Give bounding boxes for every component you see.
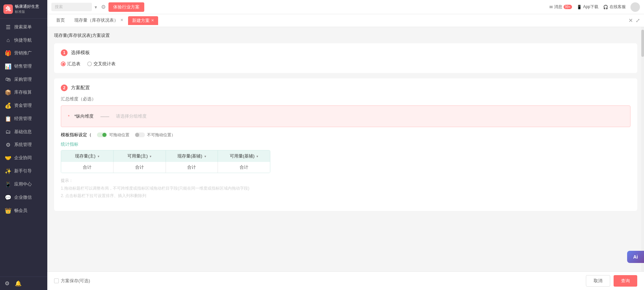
tips-item-2: 2. 点击标题栏下拉可设置排序、插入列和删除列 xyxy=(61,192,630,200)
online-service-label: 在线客服 xyxy=(610,4,626,10)
sidebar-item-newbie[interactable]: ✨ 新手引导 xyxy=(0,165,47,178)
draggable-label: 可拖动位置 xyxy=(109,132,129,138)
cross-radio[interactable] xyxy=(87,62,92,66)
close-tab-icon[interactable]: ✕ xyxy=(628,17,633,24)
not-draggable-toggle: 不可拖动位置） xyxy=(135,132,175,138)
sidebar-item-app-center[interactable]: 📱 应用中心 xyxy=(0,178,47,191)
sound-footer-icon[interactable]: 🔔 xyxy=(15,280,22,287)
cancel-button[interactable]: 取消 xyxy=(586,275,610,287)
sidebar-item-system[interactable]: ⚙ 系统管理 xyxy=(0,138,47,151)
sidebar-item-label: 应用中心 xyxy=(14,181,32,187)
message-icon: ✉ xyxy=(549,5,553,9)
template-summary-option[interactable]: 汇总表 xyxy=(61,61,80,67)
scroll-thumb[interactable] xyxy=(641,30,644,57)
sidebar-item-label: 企业微信 xyxy=(14,194,32,200)
tab-inventory-close-icon[interactable]: ✕ xyxy=(120,18,123,22)
col-current-qty-main-chevron[interactable]: ▾ xyxy=(98,154,99,158)
enterprise-coop-icon: 🤝 xyxy=(5,155,11,161)
ai-float-label: Ai xyxy=(633,254,638,260)
online-service-button[interactable]: 🎧 在线客服 xyxy=(603,4,626,10)
col-current-qty-aux-label: 现存量(基辅) xyxy=(177,153,202,159)
cell-current-main-sub: 合计 xyxy=(61,162,114,173)
sidebar-item-purchase[interactable]: 🛍 采购管理 xyxy=(0,73,47,86)
summary-dimension-label: 汇总维度（必选） xyxy=(61,96,630,102)
sidebar-logo: 兔 畅康通好生意 标准版 xyxy=(0,0,47,19)
draggable-toggle[interactable]: 可拖动位置 xyxy=(97,132,129,138)
col-available-main-chevron[interactable]: ▾ xyxy=(150,154,151,158)
stats-title: 统计指标 xyxy=(61,141,630,147)
dim-placeholder: 请选择分组维度 xyxy=(116,113,147,119)
message-badge: 99+ xyxy=(564,5,572,9)
scroll-track[interactable] xyxy=(641,27,644,271)
sidebar-item-sales[interactable]: 📊 销售管理 xyxy=(0,60,47,73)
stats-data-row: 合计 合计 合计 合计 xyxy=(61,162,270,173)
sidebar-item-label: 销售管理 xyxy=(14,63,32,69)
search-menu-icon: ☰ xyxy=(5,24,11,30)
sidebar-item-label: 基础信息 xyxy=(14,129,32,135)
sidebar-item-label: 营销推广 xyxy=(14,50,32,56)
cross-label: 交叉统计表 xyxy=(94,61,116,67)
sales-icon: 📊 xyxy=(5,63,11,70)
sidebar-item-operations[interactable]: 📋 经营管理 xyxy=(0,112,47,125)
save-checkbox[interactable] xyxy=(54,279,59,283)
draggable-toggle-switch[interactable] xyxy=(97,132,107,137)
col-available-aux-chevron[interactable]: ▾ xyxy=(256,154,258,158)
expand-tab-icon[interactable]: ⤢ xyxy=(636,17,640,24)
chevron-down-icon[interactable]: ▾ xyxy=(95,4,97,10)
col-available-aux[interactable]: 可用量(基辅) ▾ xyxy=(218,150,270,162)
tab-inventory[interactable]: 现存量（库存状况表） ✕ xyxy=(70,15,128,27)
col-current-qty-aux[interactable]: 现存量(基辅) ▾ xyxy=(166,150,218,162)
basic-info-icon: 🗂 xyxy=(5,129,11,135)
summary-label: 汇总表 xyxy=(67,61,80,67)
system-icon: ⚙ xyxy=(5,142,11,148)
industry-plan-button[interactable]: 体验行业方案 xyxy=(108,2,144,12)
col-available-main-label: 可用量(主) xyxy=(127,153,148,159)
sidebar-item-label: 采购管理 xyxy=(14,76,32,82)
query-button[interactable]: 查询 xyxy=(614,275,637,287)
sidebar-item-basic-info[interactable]: 🗂 基础信息 xyxy=(0,125,47,138)
user-avatar[interactable] xyxy=(630,2,640,12)
col-available-aux-label: 可用量(基辅) xyxy=(230,153,255,159)
tab-home[interactable]: 首页 xyxy=(51,15,70,27)
save-option: 方案保存(可选) xyxy=(54,278,90,284)
settings-footer-icon[interactable]: ⚙ xyxy=(5,280,9,287)
dim-dash: —— xyxy=(100,114,109,119)
template-options: 汇总表 交叉统计表 xyxy=(61,61,630,67)
finance-icon: 💰 xyxy=(5,102,11,109)
sidebar-item-quick-nav[interactable]: ⌂ 快捷导航 xyxy=(0,34,47,47)
sidebar-item-label: 畅会员 xyxy=(14,208,27,214)
sidebar-item-inventory-check[interactable]: 📦 库存核算 xyxy=(0,86,47,99)
not-draggable-toggle-switch xyxy=(135,132,145,137)
sidebar-item-search-menu[interactable]: ☰ 搜索菜单 xyxy=(0,21,47,34)
tab-new-scheme-close-icon[interactable]: ✕ xyxy=(151,18,154,23)
col-current-qty-aux-chevron[interactable]: ▾ xyxy=(204,154,206,158)
config-section: 汇总维度（必选） * *纵向维度 —— 请选择分组维度 模板指标设定（ 可拖动位… xyxy=(61,96,630,199)
step2-header: 2 方案配置 xyxy=(61,84,630,91)
tips-title: 提示： xyxy=(61,178,630,184)
enterprise-wechat-icon: 💬 xyxy=(5,194,11,201)
cell-available-aux-sub: 合计 xyxy=(218,162,270,173)
headphone-icon: 🎧 xyxy=(603,5,608,9)
tips-item-1: 1.拖动标题栏可以调整布局，不可跨维度或指标区域拖动栏目字段(只能在同一维度或指… xyxy=(61,185,630,192)
template-cross-option[interactable]: 交叉统计表 xyxy=(87,61,116,67)
tab-new-scheme[interactable]: 新建方案 ✕ xyxy=(128,16,158,25)
message-button[interactable]: ✉ 消息 99+ xyxy=(549,4,572,10)
dimension-box[interactable]: * *纵向维度 —— 请选择分组维度 xyxy=(61,105,630,127)
col-available-main[interactable]: 可用量(主) ▾ xyxy=(114,150,166,162)
settings-icon[interactable]: ⚙ xyxy=(101,4,106,10)
newbie-icon: ✨ xyxy=(5,168,11,174)
sidebar-item-marketing[interactable]: 🎁 营销推广 xyxy=(0,47,47,60)
ai-float-button[interactable]: Ai xyxy=(627,251,644,263)
cell-current-aux-sub: 合计 xyxy=(166,162,218,173)
sidebar-item-member[interactable]: 👑 畅会员 xyxy=(0,204,47,217)
summary-radio[interactable] xyxy=(61,62,66,66)
sidebar-item-enterprise-coop[interactable]: 🤝 企业协同 xyxy=(0,151,47,165)
col-current-qty-main[interactable]: 现存量(主) ▾ xyxy=(61,150,114,162)
app-name: 畅康通好生意 xyxy=(15,4,39,9)
app-edition: 标准版 xyxy=(15,9,39,14)
sidebar-item-enterprise-wechat[interactable]: 💬 企业微信 xyxy=(0,191,47,204)
sidebar-item-finance[interactable]: 💰 资金管理 xyxy=(0,99,47,112)
page-title: 现存量(库存状况表)方案设置 xyxy=(54,32,637,39)
sidebar: 兔 畅康通好生意 标准版 ☰ 搜索菜单 ⌂ 快捷导航 🎁 营销推广 📊 销售管理… xyxy=(0,0,47,290)
app-download-button[interactable]: 📱 App下载 xyxy=(577,4,598,10)
